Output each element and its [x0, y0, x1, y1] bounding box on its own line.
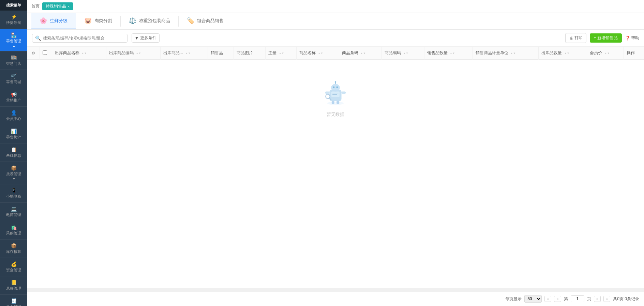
scale-icon: ⚖️ [129, 17, 136, 25]
filter-bar: 🔍 ▼ 更多条件 🖨 打印 + 新增销售品 ❓ 帮助 [27, 30, 644, 47]
tab-close-button[interactable]: × [68, 4, 70, 9]
sort-arrows-out-qty[interactable]: ▲▼ [564, 52, 570, 55]
sidebar-item-finance[interactable]: 💰 资金管理 [0, 258, 27, 276]
page-label-suffix: 页 [587, 296, 591, 302]
sort-arrows-out-code[interactable]: ▲▼ [136, 52, 141, 55]
sort-arrows-out-name[interactable]: ▲▼ [81, 52, 87, 55]
topbar: 首页 特殊销售品 × [27, 0, 644, 13]
scrollbar-inner [27, 288, 644, 289]
sort-arrows-member-price[interactable]: ▲▼ [604, 52, 610, 55]
sidebar-item-ledger[interactable]: 📒 总账管理 [0, 276, 27, 295]
add-sale-goods-button[interactable]: + 新增销售品 [590, 33, 622, 43]
col-member-price[interactable]: 会员价 ▲▼ [587, 47, 624, 60]
column-settings-icon[interactable]: ⚙ [31, 51, 35, 56]
sidebar-item-invoice[interactable]: 🧾 发票管理 [0, 295, 27, 306]
sidebar-item-retail[interactable]: 🏪 零售管理 ▲ [0, 29, 27, 51]
col-sale-qty[interactable]: 销售品数量 ▲▼ [424, 47, 473, 60]
col-goods-barcode[interactable]: 商品条码 ▲▼ [339, 47, 381, 60]
print-button[interactable]: 🖨 打印 [565, 33, 586, 43]
tab-scale[interactable]: ⚖️ 称重预包装商品 [121, 13, 178, 29]
tab-combo[interactable]: 🏷️ 组合商品销售 [179, 13, 232, 29]
last-page-button[interactable]: » [603, 296, 610, 302]
sidebar-item-inventory[interactable]: 📦 库存核算 [0, 240, 27, 258]
col-weight[interactable]: 主量 ▲▼ [266, 47, 297, 60]
sort-arrows-goods-barcode[interactable]: ▲▼ [360, 52, 366, 55]
tab-meat[interactable]: 🐷 肉类分割 [76, 13, 120, 29]
print-icon: 🖨 [569, 36, 573, 41]
sort-arrows-goods-code[interactable]: ▲▼ [403, 52, 408, 55]
col-goods-name[interactable]: 商品名称 ▲▼ [296, 47, 339, 60]
next-page-button[interactable]: > [594, 296, 601, 302]
sort-arrows-sale-unit[interactable]: ▲▼ [510, 52, 516, 55]
tab-fresh-label: 生鲜分级 [50, 18, 68, 24]
sidebar-item-label: 电商管理 [2, 212, 26, 217]
col-checkbox[interactable] [40, 47, 52, 60]
sidebar-item-quick-nav[interactable]: ⚡ 快捷导航 [0, 11, 27, 29]
col-settings[interactable]: ⚙ [27, 47, 40, 60]
sidebar-item-wholesale[interactable]: 📦 批发管理 ▼ [0, 162, 27, 184]
tab-fresh[interactable]: 🌸 生鲜分级 [31, 13, 76, 29]
sidebar-item-label: 库存核算 [2, 249, 26, 254]
sidebar-item-label: 批发管理 [2, 171, 26, 177]
sort-arrows-goods-name[interactable]: ▲▼ [318, 52, 323, 55]
svg-rect-10 [325, 92, 330, 94]
sidebar-item-label: 营销推广 [2, 98, 26, 103]
retail-stat-icon: 📊 [2, 128, 26, 134]
sidebar-item-label: 资金管理 [2, 267, 26, 273]
svg-point-7 [336, 86, 338, 88]
sidebar: 搜索菜单 ⚡ 快捷导航 🏪 零售管理 ▲ 🏬 智慧门店 🛒 零售商城 📢 营销推… [0, 0, 27, 306]
col-goods-code[interactable]: 商品编码 ▲▼ [381, 47, 424, 60]
sidebar-item-label: 智慧门店 [2, 61, 26, 66]
sidebar-item-basic-info[interactable]: 📋 基础信息 [0, 143, 27, 162]
current-tab-tag[interactable]: 特殊销售品 × [42, 2, 73, 10]
tab-tag-label: 特殊销售品 [46, 3, 66, 9]
help-button[interactable]: ❓ 帮助 [625, 35, 639, 41]
ecommerce-icon: 💻 [2, 206, 26, 212]
table-wrap: ⚙ 出库商品名称 ▲▼ 出库商品编码 ▲▼ [27, 47, 644, 288]
prev-page-button[interactable]: < [554, 296, 561, 302]
page-input[interactable] [571, 295, 584, 302]
col-out-qty[interactable]: 出库品数量 ▲▼ [539, 47, 587, 60]
horizontal-scrollbar[interactable] [27, 288, 644, 291]
sidebar-item-promotion[interactable]: 📢 营销推广 [0, 88, 27, 107]
svg-rect-11 [342, 92, 346, 94]
first-page-button[interactable]: « [544, 296, 551, 302]
sidebar-item-label: 采购管理 [2, 231, 26, 236]
sidebar-item-smart-store[interactable]: 🏬 智慧门店 [0, 51, 27, 70]
sort-arrows-sale-qty[interactable]: ▲▼ [450, 52, 455, 55]
quick-nav-icon: ⚡ [2, 14, 26, 19]
select-all-checkbox[interactable] [43, 50, 47, 55]
more-conditions-button[interactable]: ▼ 更多条件 [132, 33, 160, 43]
breadcrumb-home[interactable]: 首页 [31, 3, 40, 9]
search-input[interactable] [43, 36, 124, 41]
invoice-icon: 🧾 [2, 298, 26, 304]
table-body: 暂无数据 [27, 60, 644, 138]
tab-bar: 🌸 生鲜分级 🐷 肉类分割 ⚖️ 称重预包装商品 🏷️ 组合商品销售 [27, 13, 644, 30]
sidebar-item-purchase[interactable]: 🛍️ 采购管理 [0, 221, 27, 240]
col-action-label: 操作 [627, 50, 635, 55]
sidebar-item-retail-mall[interactable]: 🛒 零售商城 [0, 70, 27, 88]
col-out-code[interactable]: 出库商品编码 ▲▼ [106, 47, 160, 60]
fresh-icon: 🌸 [40, 17, 47, 25]
search-box[interactable]: 🔍 [32, 34, 128, 43]
promotion-icon: 📢 [2, 92, 26, 97]
col-sale-unit[interactable]: 销售商品计量单位 ▲▼ [473, 47, 539, 60]
tab-combo-label: 组合商品销售 [197, 18, 224, 24]
sidebar-item-member[interactable]: 👤 会员中心 [0, 107, 27, 125]
col-sale-unit-label: 销售商品计量单位 [476, 50, 508, 55]
svg-point-5 [331, 84, 340, 91]
sidebar-item-retail-stat[interactable]: 📊 零售统计 [0, 125, 27, 143]
sort-arrows-weight[interactable]: ▲▼ [279, 52, 284, 55]
col-out-name[interactable]: 出库商品名称 ▲▼ [52, 47, 106, 60]
sidebar-item-ecommerce[interactable]: 💻 电商管理 [0, 203, 27, 221]
col-out-spec[interactable]: 出库商品... ▲▼ [161, 47, 208, 60]
sidebar-item-ecommerce-mini[interactable]: 📱 小畅电商 [0, 184, 27, 203]
per-page-select[interactable]: 50 10 20 100 [524, 295, 542, 303]
data-table: ⚙ 出库商品名称 ▲▼ 出库商品编码 ▲▼ [27, 47, 644, 138]
sidebar-item-label: 零售统计 [2, 135, 26, 140]
col-sale-goods: 销售品 [208, 47, 234, 60]
help-label: 帮助 [631, 35, 639, 41]
sort-arrows-out-spec[interactable]: ▲▼ [185, 52, 191, 55]
print-label: 打印 [574, 35, 583, 41]
filter-right-actions: 🖨 打印 + 新增销售品 ❓ 帮助 [565, 33, 639, 43]
